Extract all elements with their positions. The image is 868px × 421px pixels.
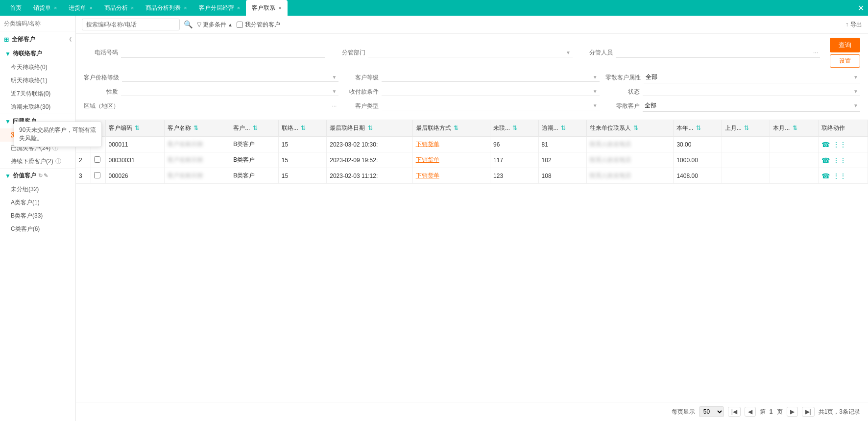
more-action-icon[interactable]: ⋮⋮ bbox=[833, 172, 846, 180]
row-last-month bbox=[722, 152, 770, 168]
filter-zero-purchase-attr-select[interactable]: 全部 ▼ bbox=[644, 72, 860, 83]
setting-button[interactable]: 设置 bbox=[830, 54, 860, 68]
contact-method-link[interactable]: 下销货单 bbox=[416, 141, 439, 148]
filter-payment-terms-select[interactable]: ▼ bbox=[382, 87, 599, 96]
sort-icon-this-month[interactable]: ⇅ bbox=[793, 124, 797, 131]
more-icon[interactable]: ··· bbox=[813, 49, 818, 56]
tab-customer-contact[interactable]: 客户联系 × bbox=[246, 0, 287, 16]
close-tab-product-analysis-list[interactable]: × bbox=[184, 5, 187, 11]
tab-sales-order[interactable]: 销货单 × bbox=[27, 0, 63, 16]
row-last-contact-method[interactable]: 下销货单 bbox=[412, 168, 490, 184]
sidebar-item-declining[interactable]: 持续下滑客户(2) ⓘ bbox=[0, 155, 75, 168]
row-select-checkbox[interactable] bbox=[94, 172, 100, 178]
sidebar-item-7day-pending[interactable]: 近7天待联络(0) bbox=[0, 87, 75, 100]
tab-home[interactable]: 首页 bbox=[4, 0, 27, 16]
page-next-button[interactable]: ▶ bbox=[787, 407, 798, 417]
tab-bar: 首页 销货单 × 进货单 × 商品分析 × 商品分析列表 × 客户分层经营 × … bbox=[0, 0, 868, 16]
export-button[interactable]: ↑ 导出 bbox=[845, 21, 862, 29]
sort-icon-contact-person[interactable]: ⇅ bbox=[633, 124, 638, 131]
sort-icon-code[interactable]: ⇅ bbox=[135, 124, 140, 131]
filter-status: 状态 ▼ bbox=[605, 87, 860, 96]
sidebar-root[interactable]: ⊞ 全部客户 《 bbox=[0, 31, 75, 47]
tab-customer-tier[interactable]: 客户分层经营 × bbox=[193, 0, 246, 16]
my-customers-checkbox[interactable] bbox=[237, 22, 243, 28]
sidebar-group-pending-contact-title[interactable]: ▼ 待联络客户 bbox=[0, 47, 75, 61]
row-last-contact-method[interactable]: 下销货单 bbox=[412, 152, 490, 168]
chevron-down-icon-3: ▼ bbox=[593, 74, 598, 80]
filter-branch-dept-select[interactable]: ▼ bbox=[368, 49, 573, 57]
sort-icon-contact[interactable]: ⇅ bbox=[301, 124, 306, 131]
page-prev-button[interactable]: ◀ bbox=[745, 407, 756, 417]
row-contact-person: 联系人姓名电话 bbox=[587, 168, 674, 184]
sidebar-item-overdue-pending[interactable]: 逾期未联络(30) bbox=[0, 100, 75, 114]
close-tab-product-analysis[interactable]: × bbox=[131, 5, 134, 11]
tab-product-analysis-list[interactable]: 商品分析列表 × bbox=[140, 0, 193, 16]
filter-region-select[interactable]: ··· bbox=[122, 101, 338, 111]
sidebar-item-tomorrow-pending[interactable]: 明天待联络(1) bbox=[0, 74, 75, 87]
filter-search-input[interactable] bbox=[82, 19, 180, 30]
filter-search-button[interactable]: 🔍 bbox=[184, 20, 193, 29]
sidebar-item-today-pending[interactable]: 今天待联络(0) bbox=[0, 61, 75, 74]
filter-branch-person-select[interactable]: ··· bbox=[616, 48, 820, 58]
row-contact-person: 联系人姓名电话 bbox=[587, 152, 674, 168]
filter-phone-input[interactable] bbox=[121, 48, 325, 58]
my-customers-checkbox-label[interactable]: 我分管的客户 bbox=[237, 21, 280, 29]
row-actions: ☎ ⋮⋮ bbox=[818, 152, 868, 168]
sidebar-item-ungrouped[interactable]: 未分组(32) bbox=[0, 183, 75, 196]
sort-icon-name[interactable]: ⇅ bbox=[193, 124, 198, 131]
sidebar-item-class-a[interactable]: A类客户(1) bbox=[0, 196, 75, 209]
close-tab-purchase-order[interactable]: × bbox=[89, 5, 92, 11]
more-action-icon[interactable]: ⋮⋮ bbox=[833, 141, 846, 149]
contact-method-link[interactable]: 下销货单 bbox=[416, 156, 439, 163]
filter-status-select[interactable]: ▼ bbox=[643, 87, 860, 96]
row-overdue: 108 bbox=[538, 168, 586, 184]
sidebar-item-class-c[interactable]: C类客户(6) bbox=[0, 223, 75, 236]
close-tab-customer-tier[interactable]: × bbox=[237, 5, 240, 11]
close-tab-sales-order[interactable]: × bbox=[54, 5, 57, 11]
row-customer-code: 000011 bbox=[105, 137, 165, 152]
edit-icon[interactable]: ✎ bbox=[44, 173, 48, 179]
sidebar-item-class-b[interactable]: B类客户(33) bbox=[0, 209, 75, 223]
close-all-tabs[interactable]: ✕ bbox=[858, 3, 864, 13]
contact-method-link[interactable]: 下销货单 bbox=[416, 172, 439, 179]
filter-customer-type-select[interactable]: ▼ bbox=[382, 101, 599, 110]
row-last-contact-method[interactable]: 下销货单 bbox=[412, 137, 490, 152]
per-page-select[interactable]: 50 100 200 bbox=[699, 406, 724, 417]
filter-price-level-select[interactable]: ▼ bbox=[122, 73, 338, 82]
close-tab-customer-contact[interactable]: × bbox=[278, 5, 281, 11]
th-this-month: 本月... ⇅ bbox=[770, 120, 818, 137]
page-first-button[interactable]: |◀ bbox=[728, 407, 741, 417]
sidebar-group-value-title[interactable]: ▼ 价值客户 ↻ ✎ bbox=[0, 169, 75, 183]
region-more-icon[interactable]: ··· bbox=[332, 102, 337, 109]
sort-icon-date[interactable]: ⇅ bbox=[368, 124, 373, 131]
sort-icon-not-contacted[interactable]: ⇅ bbox=[512, 124, 517, 131]
row-actions: ☎ ⋮⋮ bbox=[818, 168, 868, 184]
sort-icon-method[interactable]: ⇅ bbox=[454, 124, 458, 131]
sort-icon-overdue[interactable]: ⇅ bbox=[561, 124, 566, 131]
page-last-button[interactable]: ▶| bbox=[802, 407, 815, 417]
contact-action-icon[interactable]: ☎ bbox=[821, 172, 830, 180]
sort-icon-type[interactable]: ⇅ bbox=[253, 124, 258, 131]
row-checkbox[interactable] bbox=[91, 168, 105, 184]
refresh-icon[interactable]: ↻ bbox=[38, 173, 43, 179]
arrow-icon-2: ▼ bbox=[5, 118, 11, 125]
arrow-icon: ▼ bbox=[5, 50, 11, 57]
contact-action-icon[interactable]: ☎ bbox=[821, 156, 830, 164]
contact-action-icon[interactable]: ☎ bbox=[821, 141, 830, 149]
th-action: 联络动作 bbox=[818, 120, 868, 137]
more-action-icon[interactable]: ⋮⋮ bbox=[833, 156, 846, 164]
query-button[interactable]: 查询 bbox=[830, 38, 860, 52]
filter-row-2: 客户价格等级 ▼ 客户等级 ▼ 零散客户属性 全部 bbox=[84, 72, 860, 83]
more-conditions-toggle[interactable]: ▽ 更多条件 ▲ bbox=[197, 21, 233, 29]
row-select-checkbox[interactable] bbox=[94, 156, 100, 163]
sidebar-search-input[interactable] bbox=[4, 20, 76, 27]
filter-zero-customer-select[interactable]: 全部 ▼ bbox=[643, 100, 860, 112]
filter-gender-select[interactable]: ▼ bbox=[121, 87, 338, 96]
filter-customer-level-select[interactable]: ▼ bbox=[382, 73, 599, 82]
row-checkbox[interactable] bbox=[91, 152, 105, 168]
tab-product-analysis[interactable]: 商品分析 × bbox=[98, 0, 140, 16]
sort-icon-this-year[interactable]: ⇅ bbox=[696, 124, 701, 131]
tab-purchase-order[interactable]: 进货单 × bbox=[63, 0, 98, 16]
filter-customer-level: 客户等级 ▼ bbox=[344, 73, 599, 82]
sort-icon-last-month[interactable]: ⇅ bbox=[744, 124, 749, 131]
